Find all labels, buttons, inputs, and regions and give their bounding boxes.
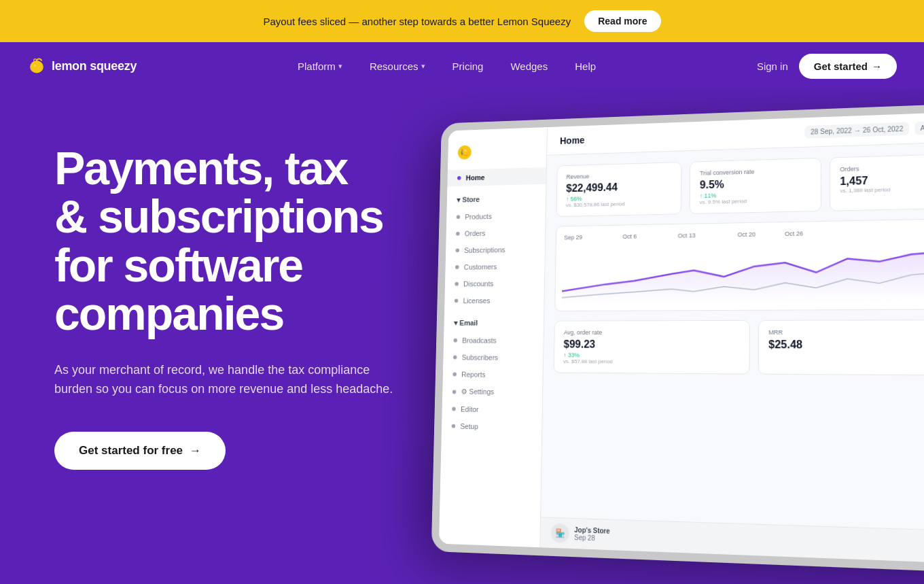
chart-lines bbox=[562, 240, 924, 304]
revenue-metric: Revenue $22,499.44 ↑ 56% vs. $30,578.86 … bbox=[556, 162, 682, 217]
resources-chevron-icon: ▾ bbox=[421, 62, 425, 71]
dashboard-controls: 28 Sep, 2022 → 26 Oct, 2022 All products bbox=[805, 120, 924, 139]
get-started-nav-button[interactable]: Get started → bbox=[799, 54, 897, 79]
dashboard-main: Home 28 Sep, 2022 → 26 Oct, 2022 All pro… bbox=[540, 111, 924, 564]
metric-revenue-value: $22,499.44 bbox=[566, 180, 672, 194]
mrr-label: MRR bbox=[768, 329, 924, 336]
avg-order-subtext: vs. $57.88 last period bbox=[563, 358, 740, 365]
sidebar-editor: Editor bbox=[442, 400, 542, 419]
mrr-value: $25.48 bbox=[768, 339, 924, 351]
metric-orders-label: Orders bbox=[840, 162, 924, 173]
sidebar-dot bbox=[454, 339, 458, 343]
sidebar-customers: Customers bbox=[445, 258, 544, 276]
hero-content: Payments, tax & subscriptions for softwa… bbox=[0, 90, 408, 524]
sidebar-discounts: Discounts bbox=[445, 275, 545, 292]
metrics-row: Revenue $22,499.44 ↑ 56% vs. $30,578.86 … bbox=[556, 154, 924, 218]
orders-metric: Orders 1,457 vs. 1,388 last period bbox=[830, 154, 924, 211]
avg-order-label: Avg. order rate bbox=[564, 329, 740, 336]
hero-subtitle: As your merchant of record, we handle th… bbox=[54, 360, 408, 400]
sidebar-dot bbox=[452, 424, 456, 428]
sidebar-settings: ⚙ Settings bbox=[442, 383, 542, 402]
sidebar-setup: Setup bbox=[442, 417, 542, 436]
sidebar-store-group: ▾ Store bbox=[447, 189, 546, 209]
sidebar-dot bbox=[455, 265, 459, 269]
revenue-chart: Sep 29 Oct 6 Oct 13 Oct 20 Oct 26 bbox=[554, 218, 924, 311]
sidebar-dot bbox=[457, 215, 461, 219]
banner-text: Payout fees sliced — another step toward… bbox=[263, 16, 571, 27]
avg-order-metric: Avg. order rate $99.23 ↑ 33% vs. $57.88 … bbox=[554, 320, 750, 375]
svg-point-2 bbox=[33, 65, 36, 67]
sidebar-dot bbox=[453, 356, 457, 360]
chart-date-labels: Sep 29 Oct 6 Oct 13 Oct 20 Oct 26 bbox=[564, 228, 924, 241]
arrow-icon: → bbox=[872, 61, 882, 72]
bottom-metrics: Avg. order rate $99.23 ↑ 33% vs. $57.88 … bbox=[554, 320, 924, 376]
sidebar-reports: Reports bbox=[443, 366, 543, 383]
trial-conversion-metric: Trial conversion rate 9.5% ↑ 11% vs. 9.5… bbox=[690, 158, 821, 214]
revenue-chart-svg bbox=[562, 240, 924, 304]
nav-help[interactable]: Help bbox=[564, 55, 607, 78]
platform-chevron-icon: ▾ bbox=[338, 62, 342, 71]
logo-text: lemon squeezy bbox=[52, 59, 137, 73]
read-more-button[interactable]: Read more bbox=[584, 10, 660, 32]
mrr-metric: MRR $25.48 bbox=[758, 320, 924, 376]
nav-actions: Sign in Get started → bbox=[757, 54, 897, 79]
dashboard-sidebar: 🍋 Home ▾ Store Products Orders bbox=[439, 127, 548, 547]
dashboard-logo: 🍋 bbox=[448, 137, 547, 170]
product-select: All products bbox=[914, 120, 924, 135]
sidebar-dot bbox=[455, 282, 459, 286]
sidebar-subscribers: Subscribers bbox=[443, 349, 543, 366]
dashboard-logo-icon: 🍋 bbox=[458, 145, 472, 160]
nav-wedges[interactable]: Wedges bbox=[499, 55, 558, 78]
nav-links: Platform ▾ Resources ▾ Pricing Wedges He… bbox=[287, 55, 607, 78]
store-date: Sep 28 bbox=[574, 534, 609, 543]
dashboard-body: Revenue $22,499.44 ↑ 56% vs. $30,578.86 … bbox=[541, 142, 924, 532]
avg-order-value: $99.23 bbox=[563, 339, 739, 351]
main-navigation: lemon squeezy Platform ▾ Resources ▾ Pri… bbox=[0, 42, 924, 90]
tablet-screen: 🍋 Home ▾ Store Products Orders bbox=[439, 111, 924, 564]
cta-arrow-icon: → bbox=[190, 444, 201, 458]
nav-resources[interactable]: Resources ▾ bbox=[359, 55, 436, 78]
dashboard-page-title: Home bbox=[560, 135, 585, 145]
hero-cta-button[interactable]: Get started for free → bbox=[54, 432, 226, 470]
nav-platform[interactable]: Platform ▾ bbox=[287, 55, 353, 78]
date-range-picker: 28 Sep, 2022 → 26 Oct, 2022 bbox=[805, 122, 909, 139]
hero-section: Payments, tax & subscriptions for softwa… bbox=[0, 90, 924, 584]
sidebar-dot bbox=[456, 248, 460, 252]
svg-marker-3 bbox=[562, 250, 924, 304]
metric-revenue-label: Revenue bbox=[566, 171, 672, 180]
sidebar-home: Home bbox=[447, 167, 546, 187]
sidebar-subscriptions: Subscriptions bbox=[446, 241, 545, 259]
metric-trial-label: Trial conversion rate bbox=[700, 167, 811, 176]
sidebar-dot bbox=[455, 298, 459, 303]
sidebar-broadcasts: Broadcasts bbox=[444, 332, 544, 349]
sidebar-licenses: Licenses bbox=[444, 292, 544, 309]
metric-trial-value: 9.5% bbox=[700, 176, 811, 191]
hero-title: Payments, tax & subscriptions for softwa… bbox=[54, 144, 408, 339]
sidebar-dot bbox=[452, 407, 456, 411]
sidebar-dot bbox=[457, 176, 461, 180]
sidebar-orders: Orders bbox=[446, 224, 545, 242]
sidebar-email-group: ▾ Email bbox=[444, 314, 544, 332]
sidebar-products: Products bbox=[446, 207, 546, 226]
logo-link[interactable]: lemon squeezy bbox=[27, 56, 137, 75]
nav-pricing[interactable]: Pricing bbox=[442, 55, 495, 78]
svg-point-1 bbox=[31, 61, 43, 71]
logo-icon bbox=[27, 56, 46, 75]
dashboard-mockup: 🍋 Home ▾ Store Products Orders bbox=[431, 103, 924, 573]
sign-in-link[interactable]: Sign in bbox=[757, 61, 788, 72]
store-info: Jop's Store Sep 28 bbox=[574, 526, 610, 543]
store-avatar: 🏪 bbox=[551, 523, 569, 543]
sidebar-dot bbox=[456, 232, 460, 236]
sidebar-dot bbox=[452, 390, 457, 394]
sidebar-dot bbox=[452, 373, 457, 377]
announcement-banner: Payout fees sliced — another step toward… bbox=[0, 0, 924, 42]
